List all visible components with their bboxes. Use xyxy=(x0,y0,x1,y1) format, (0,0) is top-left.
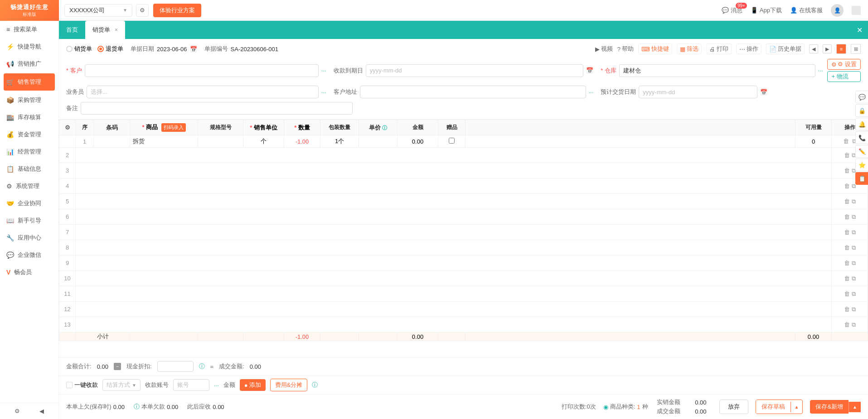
abandon-btn[interactable]: 放弃 xyxy=(719,400,748,414)
col-price: 单价 ⓘ xyxy=(359,120,398,135)
save-new-btn-group[interactable]: 保存&新增 ▲ xyxy=(810,400,861,414)
table-row: 12🗑⧉ xyxy=(59,302,868,317)
video-btn[interactable]: ▶ 视频 xyxy=(595,45,613,53)
sidebar-item-inventory[interactable]: 🏬 库存核算 xyxy=(0,109,58,126)
save-draft-btn-group[interactable]: 保存草稿 ▲ xyxy=(756,400,803,414)
sidebar-item-management[interactable]: 📊 经营管理 xyxy=(0,143,58,160)
history-btn[interactable]: 📄 历史单据 xyxy=(766,43,805,54)
due-date-input[interactable]: yyyy-mm-dd xyxy=(366,64,584,77)
sidebar-item-enterprise[interactable]: 🤝 企业协同 xyxy=(0,195,58,212)
customer-input[interactable] xyxy=(85,64,319,77)
this-bill-debt: 本单上欠(保存时) 0.00 xyxy=(66,403,125,411)
sidebar-item-search[interactable]: ≡ 搜索菜单 xyxy=(0,21,58,38)
sidebar-item-apps[interactable]: 🔧 应用中心 xyxy=(0,229,58,246)
save-new-btn[interactable]: 保存&新增 xyxy=(810,400,849,414)
nav-prev-btn[interactable]: ◀ xyxy=(809,44,818,53)
sidebar-item-quick[interactable]: ⚡ 快捷导航 xyxy=(0,38,58,55)
calendar2-icon[interactable]: 📅 xyxy=(586,67,593,74)
calendar3-icon[interactable]: 📅 xyxy=(760,89,767,96)
save-draft-btn[interactable]: 保存草稿 xyxy=(756,400,790,414)
sidebar-arrow-icon[interactable]: ◀ xyxy=(39,408,44,414)
col-amount: 金额 xyxy=(398,120,438,135)
sidebar-gear-icon[interactable]: ⚙ xyxy=(15,408,20,414)
tab-close-icon[interactable]: × xyxy=(115,27,118,33)
member-icon: V xyxy=(6,269,10,276)
radio-sale[interactable]: 销货单 xyxy=(66,45,92,53)
amount-total-value: 0.00 xyxy=(97,363,108,370)
amount-total-label: 金额合计: xyxy=(66,362,92,371)
sidebar-item-system[interactable]: ⚙ 系统管理 xyxy=(0,178,58,195)
sidebar-item-member[interactable]: V 畅会员 xyxy=(0,264,58,281)
address-input[interactable] xyxy=(360,86,586,98)
message-btn[interactable]: 💬 消息 99+ xyxy=(722,6,742,14)
side-btn-5[interactable]: ✏️ xyxy=(855,145,868,158)
sidebar-item-guide[interactable]: 📖 新手引导 xyxy=(0,212,58,229)
note-input[interactable] xyxy=(81,102,353,115)
address-more-icon[interactable]: ··· xyxy=(589,89,594,96)
online-service-btn[interactable]: 👤 在线客服 xyxy=(790,6,823,14)
staff-more-icon[interactable]: ··· xyxy=(321,89,326,96)
help-btn[interactable]: ? 帮助 xyxy=(617,45,634,53)
side-btn-1[interactable]: 💬 xyxy=(855,91,868,103)
print-info: 打印次数:0次 xyxy=(562,403,596,411)
account-more-icon[interactable]: ··· xyxy=(214,382,219,389)
account-select[interactable]: 账号 xyxy=(173,379,209,391)
sidebar-item-sales[interactable]: 🛒 销售管理 xyxy=(4,73,55,91)
due-info-icon[interactable]: ⓘ xyxy=(134,403,140,411)
side-btn-3[interactable]: 🔔 xyxy=(855,118,868,130)
sidebar-item-purchase[interactable]: 📦 采购管理 xyxy=(0,92,58,109)
save-draft-arrow[interactable]: ▲ xyxy=(790,402,803,412)
help-icon: ? xyxy=(617,46,621,53)
setup-btn[interactable]: ⚙ ⚙ 设置 xyxy=(827,59,861,70)
app-download-btn[interactable]: 📱 App下载 xyxy=(751,6,782,14)
shortcuts-btn[interactable]: ⌨ 快捷键 xyxy=(638,43,672,54)
side-btn-2[interactable]: 🔒 xyxy=(855,104,868,117)
minus-icon: － xyxy=(114,363,121,370)
tab-bar-close-btn[interactable]: ✕ xyxy=(857,26,868,34)
sidebar: ≡ 搜索菜单 ⚡ 快捷导航 📢 营销推广 🛒 销售管理 📦 采购管理 🏬 库存核… xyxy=(0,21,59,419)
help-info-icon[interactable]: ⓘ xyxy=(199,362,205,371)
side-btn-6[interactable]: ⭐ xyxy=(855,159,868,171)
radio-return[interactable]: 退货单 xyxy=(97,45,123,53)
col-settings[interactable]: ⚙ xyxy=(59,120,76,135)
tab-home[interactable]: 首页 xyxy=(59,21,85,39)
warehouse-input[interactable]: 建材仓 xyxy=(619,64,815,77)
settings-gear-btn[interactable]: ⚙ xyxy=(136,4,149,17)
print-btn[interactable]: 🖨 打印 xyxy=(706,43,732,54)
payment-info-icon[interactable]: ⓘ xyxy=(312,381,318,389)
discount-input[interactable] xyxy=(157,361,194,372)
filter-btn[interactable]: ▦ 筛选 xyxy=(677,43,702,54)
side-btn-7[interactable]: 📋 xyxy=(855,172,868,185)
expense-split-btn[interactable]: 费用&分摊 xyxy=(270,379,308,391)
warehouse-more-icon[interactable]: ··· xyxy=(818,67,823,74)
logistics-btn[interactable]: + 物流 xyxy=(827,71,861,82)
avatar[interactable]: 👤 xyxy=(831,4,844,17)
table-row: 9🗑⧉ xyxy=(59,255,868,271)
view-grid-btn[interactable]: ⊞ xyxy=(851,44,861,54)
sidebar-item-finance[interactable]: 💰 资金管理 xyxy=(0,126,58,143)
calendar-icon[interactable]: 📅 xyxy=(190,46,197,53)
tab-sale-bill[interactable]: 销货单 × xyxy=(85,21,125,39)
operation-btn[interactable]: ⋯ 操作 xyxy=(736,43,761,54)
sidebar-item-basic[interactable]: 📋 基础信息 xyxy=(0,160,58,178)
sidebar-item-wechat[interactable]: 💬 企业微信 xyxy=(0,246,58,264)
save-new-arrow[interactable]: ▲ xyxy=(849,402,861,412)
scan-btn[interactable]: 扫码录入 xyxy=(161,123,186,132)
sidebar-label-purchase: 采购管理 xyxy=(18,96,41,104)
side-btn-4[interactable]: 📞 xyxy=(855,131,868,144)
staff-input[interactable]: 选择... xyxy=(87,86,319,98)
col-expand xyxy=(466,120,795,135)
add-payment-btn[interactable]: ● 添加 xyxy=(240,379,266,391)
trial-btn[interactable]: 体验行业方案 xyxy=(153,4,201,17)
company-selector[interactable]: XXXXXX公司 ▼ xyxy=(64,4,132,17)
one-click-payment[interactable]: 一键收款 xyxy=(66,381,98,389)
customer-more-icon[interactable]: ··· xyxy=(321,67,326,74)
nav-next-btn[interactable]: ▶ xyxy=(823,44,832,53)
view-list-btn[interactable]: ≡ xyxy=(836,44,846,54)
expected-date-input[interactable]: yyyy-mm-dd xyxy=(639,86,757,98)
row-delete-icon[interactable]: 🗑 xyxy=(843,138,849,144)
video-icon: ▶ xyxy=(595,46,600,53)
calc-method-select[interactable]: 结算方式 ▼ xyxy=(102,379,141,391)
price-info-icon[interactable]: ⓘ xyxy=(382,125,387,130)
sidebar-item-marketing[interactable]: 📢 营销推广 xyxy=(0,55,58,72)
